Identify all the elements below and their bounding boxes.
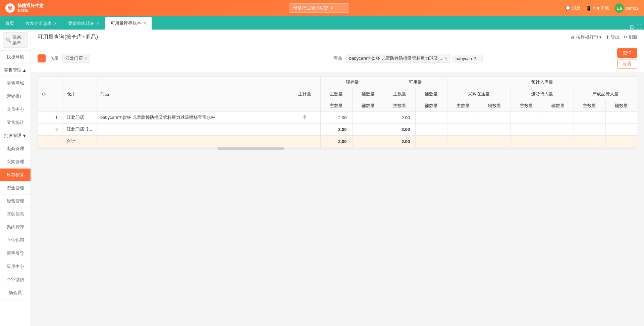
- tab-available-ledger[interactable]: 可用量库存账本 ✕: [105, 17, 152, 30]
- expand-icon: »: [40, 56, 43, 61]
- refresh-icon: ↻: [624, 35, 627, 40]
- footer-current-aux: [352, 135, 384, 147]
- row1-production-aux: [605, 112, 637, 124]
- sidebar-item-inventory[interactable]: 库存核算: [0, 169, 31, 182]
- window-restore-icon[interactable]: ⊡: [630, 24, 634, 30]
- tenant-area: 母婴行业演示账套 ▾: [72, 3, 565, 13]
- col-available-header: 可用量: [384, 77, 447, 88]
- warehouse-tag-close[interactable]: ✕: [84, 56, 87, 61]
- col-current-main-header: 主数量: [321, 88, 352, 100]
- export-icon: ⬆: [606, 35, 609, 40]
- user-avatar: Ea: [614, 3, 624, 13]
- sidebar-item-quick-nav[interactable]: 快捷导航: [0, 51, 31, 64]
- chevron-up-icon: ▲: [22, 68, 26, 73]
- sidebar-item-basic-info[interactable]: 基础信息: [0, 208, 31, 221]
- message-btn[interactable]: 💬 消息: [565, 5, 581, 11]
- row2-incoming-aux: [542, 124, 574, 136]
- content-area: 可用量查询(按仓库+商品) 🖨 按模板打印 ▾ ⬆ 导出 ↻ 刷新: [31, 30, 644, 326]
- sidebar-item-ecommerce[interactable]: 电商管理: [0, 142, 31, 155]
- user-profile[interactable]: Ea demo2: [614, 3, 639, 13]
- row1-gear[interactable]: [38, 112, 50, 124]
- page-title: 可用量查询(按仓库+商品): [38, 34, 98, 41]
- setting-button[interactable]: 设置: [617, 59, 637, 68]
- footer-available-main: 2.00: [384, 135, 415, 147]
- sidebar-item-wholesale-mgmt[interactable]: 批发管理 ▼: [0, 129, 31, 142]
- tenant-selector[interactable]: 母婴行业演示账套 ▾: [289, 3, 349, 13]
- warehouse-filter-tags: 江北门店 ✕ ···: [62, 54, 329, 63]
- tab-order-stats-label: 要货单统计表: [68, 20, 94, 27]
- row1-purchase-aux: [479, 112, 511, 124]
- product-tag-1[interactable]: babycare学饮杯 儿童防摔防撞吸管杯重力球吸嘴杯宝宝水杯 ✕: [346, 54, 450, 63]
- print-btn[interactable]: 🖨 按模板打印 ▾: [571, 34, 602, 40]
- tab-home-label: 首页: [5, 20, 14, 27]
- app-download-label: App下载: [593, 5, 609, 11]
- warehouse-filter-label: 仓库: [50, 55, 58, 61]
- row1-unit: 个: [289, 112, 320, 124]
- window-expand-icon[interactable]: ⛶: [637, 24, 641, 30]
- warehouse-tag[interactable]: 江北门店 ✕: [62, 54, 90, 63]
- tab-order-stats[interactable]: 要货单统计表 ✕: [63, 17, 105, 30]
- sidebar-item-member-center[interactable]: 会员中心: [0, 103, 31, 116]
- filter-actions: 查询 设置: [617, 48, 637, 68]
- footer-production-main: [574, 135, 605, 147]
- search-icon: 🔍: [6, 38, 11, 43]
- table-container: ⚙ 仓库 商品 主计量 现存量 可用量 预计入库量 主数量 辅数量 主数量 辅数…: [31, 72, 644, 326]
- tab-available-ledger-label: 可用量库存账本: [111, 20, 141, 26]
- sidebar-item-finance[interactable]: 资金管理: [0, 182, 31, 195]
- sidebar-item-enterprise-wechat[interactable]: 企业微信: [0, 273, 31, 286]
- row2-gear[interactable]: [38, 124, 50, 136]
- sidebar-item-purchase[interactable]: 采购管理: [0, 155, 31, 169]
- app-name: 畅捷通好生意: [17, 3, 44, 8]
- sidebar-item-enterprise-collab[interactable]: 企业协同: [0, 234, 31, 247]
- top-header: 畅 畅捷通好生意 标准版 母婴行业演示账套 ▾ 💬 消息 📱 App下载 Ea …: [0, 0, 644, 16]
- page-header: 可用量查询(按仓库+商品) 🖨 按模板打印 ▾ ⬆ 导出 ↻ 刷新: [31, 30, 644, 45]
- filter-expand-btn[interactable]: »: [38, 54, 46, 62]
- tab-receive-summary-close[interactable]: ✕: [54, 21, 57, 26]
- product-tag-1-close[interactable]: ✕: [444, 56, 447, 61]
- col-current-aux-sub: 辅数量: [352, 100, 384, 112]
- warehouse-more[interactable]: ···: [92, 56, 96, 61]
- tab-receive-summary[interactable]: 收发存汇总表 ✕: [20, 17, 62, 30]
- footer-purchase-aux: [479, 135, 511, 147]
- sidebar-item-operations[interactable]: 经营管理: [0, 195, 31, 208]
- tab-receive-summary-label: 收发存汇总表: [25, 20, 52, 27]
- print-icon: 🖨: [571, 35, 575, 40]
- sidebar-item-new-guide[interactable]: 新手引导: [0, 247, 31, 260]
- row1-available-main: 2.00: [384, 112, 415, 124]
- app-subtitle: 标准版: [17, 8, 44, 13]
- query-button[interactable]: 查询: [617, 48, 637, 58]
- app-download-icon: 📱: [586, 6, 591, 11]
- row2-production-aux: [605, 124, 637, 136]
- export-btn[interactable]: ⬆ 导出: [606, 34, 620, 40]
- sidebar-item-app-center[interactable]: 应用中心: [0, 260, 31, 273]
- footer-unit: [289, 135, 320, 147]
- scroll-thumb[interactable]: [217, 147, 284, 150]
- table-scrollbar[interactable]: [38, 147, 637, 150]
- row1-current-main: 2.00: [321, 112, 352, 124]
- sidebar-search-btn[interactable]: 🔍 搜索菜单: [3, 32, 28, 48]
- refresh-btn[interactable]: ↻ 刷新: [624, 34, 637, 40]
- sidebar-item-retail-mall[interactable]: 零售商城: [0, 77, 31, 90]
- row2-available-main: 2.00: [384, 124, 415, 136]
- tab-available-ledger-close[interactable]: ✕: [143, 21, 146, 26]
- row2-current-main: 2.00: [321, 124, 352, 136]
- app-download-btn[interactable]: 📱 App下载: [586, 5, 609, 11]
- tenant-name: 母婴行业演示账套: [293, 5, 328, 11]
- col-production-main-sub: 主数量: [574, 100, 605, 112]
- sidebar-item-retail-mgmt[interactable]: 零售管理 ▲: [0, 64, 31, 77]
- tab-home[interactable]: 首页: [0, 17, 19, 30]
- sidebar-item-retail-stats[interactable]: 零售统计: [0, 116, 31, 129]
- col-available-main-header: 主数量: [384, 88, 415, 100]
- footer-available-aux: [416, 135, 447, 147]
- sidebar-item-marketing[interactable]: 营销推广: [0, 90, 31, 103]
- col-main-unit-header: 主计量: [289, 77, 320, 112]
- row2-warehouse: 江北门店【...: [63, 124, 97, 136]
- sidebar-search-label: 搜索菜单: [12, 34, 25, 46]
- row1-production-main: [574, 112, 605, 124]
- sidebar-item-system[interactable]: 系统管理: [0, 221, 31, 234]
- product-tag-2[interactable]: babycare?···: [452, 55, 483, 62]
- app-logo: 畅: [5, 3, 15, 13]
- tab-order-stats-close[interactable]: ✕: [96, 21, 99, 26]
- product-filter-tags: babycare学饮杯 儿童防摔防撞吸管杯重力球吸嘴杯宝宝水杯 ✕ babyca…: [346, 54, 613, 63]
- sidebar-item-member[interactable]: 畅会员: [0, 286, 31, 299]
